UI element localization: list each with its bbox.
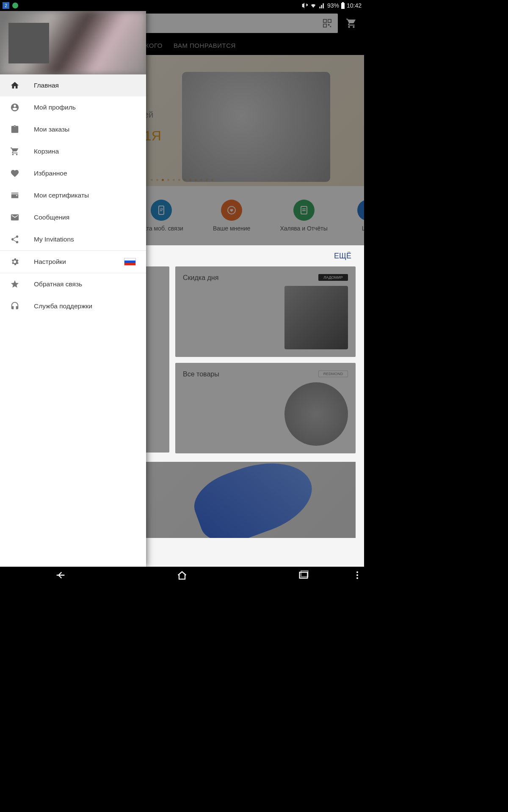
nav-settings[interactable]: Настройки [0,251,146,273]
all-products-label: Все товары [183,370,219,378]
headset-icon [10,302,19,311]
banner-image [182,72,330,182]
shoe-image [187,462,321,538]
share-icon [10,235,19,244]
battery-icon [341,2,345,9]
home-icon [10,81,19,90]
person-icon [10,103,19,112]
nav-invitations[interactable]: My Invitations [0,228,146,250]
qr-scan-icon[interactable] [323,19,332,28]
quicklink-mobile[interactable]: ₽лата моб. связи [140,200,183,232]
app-icon-2 [12,2,19,9]
nav-orders[interactable]: Мои заказы [0,118,146,140]
more-link[interactable]: ЕЩЁ [334,252,351,261]
drawer-header[interactable] [0,11,146,74]
back-icon [55,569,66,581]
battery-percent: 93% [327,2,339,9]
clipboard-icon [299,205,309,215]
nav-label: Сообщения [34,214,69,221]
app-icon-1: 2 [3,2,9,9]
nav-messages[interactable]: Сообщения [0,206,146,228]
clock: 10:42 [347,2,362,9]
status-bar: 2 93% 10:42 [0,0,364,11]
nav-label: Мои заказы [34,126,69,133]
home-button[interactable] [165,569,199,581]
gear-icon [10,257,19,266]
quicklink-feedback[interactable]: Ваше мнение [213,200,251,232]
heart-bubble-icon [226,205,237,215]
nav-label: Главная [34,82,59,89]
svg-rect-4 [342,2,344,3]
recents-icon [298,569,309,581]
nav-label: Обратная связь [34,280,82,288]
wallet-icon [10,191,19,200]
svg-rect-7 [323,24,326,27]
signal-icon [319,2,326,9]
nav-label: Избранное [34,170,67,177]
russia-flag-icon [124,258,136,266]
svg-rect-3 [341,3,345,9]
back-button[interactable] [44,569,77,581]
brand-badge: ЛАДОМИР [318,274,348,281]
overflow-button[interactable] [356,571,358,579]
nav-support[interactable]: Служба поддержки [0,295,146,317]
cart-icon [10,147,19,156]
svg-rect-9 [330,26,331,27]
cart-button[interactable] [343,15,360,32]
quicklink-freebie[interactable]: Халява и Отчёты [280,200,327,232]
nav-certificates[interactable]: Мои сертификаты [0,184,146,206]
phone-icon: ₽ [156,205,166,215]
brand-badge-2: REDMOND [318,370,348,377]
cart-icon [346,18,357,29]
system-nav-bar [0,567,364,584]
product-image-kettle [284,286,348,349]
svg-rect-6 [328,19,331,22]
wave-icon [363,205,364,215]
svg-text:₽: ₽ [160,207,163,212]
clipboard-icon [10,125,19,134]
svg-rect-5 [323,19,326,22]
home-outline-icon [176,569,188,581]
nav-label: My Invitations [34,236,74,243]
deal-label: Скидка дня [183,274,218,281]
nav-label: Мои сертификаты [34,192,89,199]
nav-label: Корзина [34,148,59,155]
nav-label: Настройки [34,258,66,266]
wifi-icon [309,2,317,9]
svg-point-2 [12,3,18,8]
mail-icon [10,213,19,222]
nav-home[interactable]: Главная [0,74,146,96]
product-card-all[interactable]: Все товарыREDMOND [175,363,356,453]
star-icon [10,280,19,289]
recents-button[interactable] [287,569,320,581]
quicklink-shop[interactable]: Шоп [357,200,364,232]
nav-label: Служба поддержки [34,302,92,310]
product-image-vacuum [284,382,348,446]
avatar [8,23,49,63]
svg-rect-18 [301,571,308,577]
nav-feedback[interactable]: Обратная связь [0,273,146,295]
nav-cart[interactable]: Корзина [0,140,146,162]
nav-wishlist[interactable]: Избранное [0,162,146,184]
svg-rect-8 [328,24,330,26]
navigation-drawer: Главная Мой профиль Мои заказы Корзина И… [0,11,146,567]
product-card-deal[interactable]: Скидка дняЛАДОМИР [175,266,356,357]
nav-profile[interactable]: Мой профиль [0,96,146,118]
svg-text:2: 2 [5,3,7,8]
nav-label: Мой профиль [34,104,76,111]
tab-recommended[interactable]: ВАМ ПОНРАВИТСЯ [174,42,236,49]
heart-icon [10,169,19,178]
mute-icon [301,2,308,9]
